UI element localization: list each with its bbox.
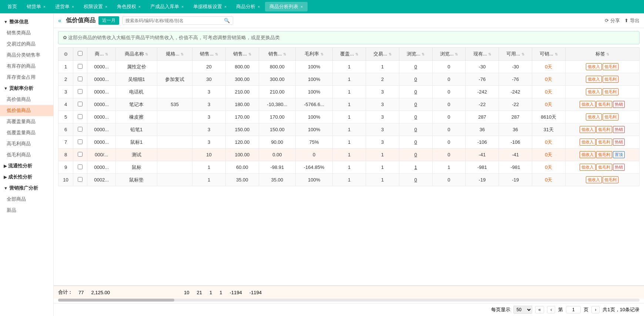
cell-view1[interactable]: 0 [399, 136, 432, 149]
col-sale-amount[interactable]: 销售... ⇅ [259, 48, 295, 61]
col-code[interactable]: 商... ⇅ [87, 48, 116, 61]
nav-close-roles[interactable]: × [138, 4, 141, 9]
view-link[interactable]: 1 [415, 164, 417, 170]
row-checkbox[interactable] [78, 127, 83, 132]
table-container[interactable]: ⚙ 商... ⇅ 商品名称 ⇅ 规格... ⇅ 销售... ⇅ 销售... ⇅ … [54, 47, 644, 285]
nav-permissions[interactable]: 权限设置 × [79, 2, 112, 11]
nav-purchase[interactable]: 进货单 × [51, 2, 78, 11]
cell-check[interactable] [73, 174, 87, 186]
row-checkbox[interactable] [78, 177, 83, 182]
sidebar-item-low-margin[interactable]: 低毛利商品 [0, 149, 53, 160]
col-check[interactable] [73, 48, 87, 61]
row-checkbox[interactable] [78, 164, 83, 169]
nav-analysis[interactable]: 商品分析 × [232, 2, 264, 11]
sidebar-item-all-products[interactable]: 全部商品 [0, 194, 53, 205]
cell-view1[interactable]: 0 [399, 98, 432, 111]
col-trade[interactable]: 交易... ⇅ [366, 48, 399, 61]
sidebar-item-low-coverage[interactable]: 低覆盖量商品 [0, 127, 53, 138]
nav-sales[interactable]: 销货单 × [22, 2, 50, 11]
cell-check[interactable] [73, 61, 87, 73]
sidebar-group-growth[interactable]: ▶ 成长性分析 [0, 171, 53, 183]
view-link[interactable]: 0 [415, 102, 417, 107]
sidebar-item-high-margin[interactable]: 高毛利商品 [0, 138, 53, 149]
sidebar-group-overall[interactable]: ▼ 整体信息 [0, 16, 53, 27]
sidebar-group-contribution[interactable]: ▼ 贡献率分析 [0, 83, 53, 94]
cell-check[interactable] [73, 111, 87, 123]
select-all-checkbox[interactable] [78, 51, 83, 56]
nav-products[interactable]: 产成品入库单 × [146, 2, 188, 11]
col-sale-qty[interactable]: 销售... ⇅ [192, 48, 226, 61]
collapse-button[interactable]: « [58, 17, 61, 24]
sidebar-group-circulation[interactable]: ▶ 流通性分析 [0, 160, 53, 171]
nav-close-analysis-list[interactable]: × [301, 4, 303, 9]
page-input[interactable] [566, 306, 581, 313]
col-coverage[interactable]: 覆盖... ⇅ [333, 48, 366, 61]
sidebar-item-category-sales[interactable]: 商品分类销售率 [0, 50, 53, 61]
cell-check[interactable] [73, 98, 87, 111]
sidebar-item-stock-funds[interactable]: 库存资金占用 [0, 72, 53, 83]
sidebar-item-high-value[interactable]: 高价值商品 [0, 94, 53, 105]
sidebar-item-stock-products[interactable]: 有库存的商品 [0, 61, 53, 72]
col-gear[interactable]: ⚙ [58, 48, 73, 61]
row-checkbox[interactable] [78, 89, 83, 94]
col-saleable[interactable]: 可销... ⇅ [532, 48, 565, 61]
nav-close-products[interactable]: × [181, 4, 184, 9]
col-available[interactable]: 可用... ⇅ [499, 48, 532, 61]
search-icon[interactable]: 🔍 [224, 18, 230, 23]
sidebar-item-new-products[interactable]: 新品 [0, 205, 53, 216]
sidebar-item-traded-products[interactable]: 交易过的商品 [0, 38, 53, 50]
nav-roles[interactable]: 角色授权 × [113, 2, 145, 11]
page-size-select[interactable]: 50 100 200 [513, 306, 532, 314]
cell-view1[interactable]: 0 [399, 61, 432, 73]
nav-home[interactable]: 首页 [3, 2, 21, 11]
cell-check[interactable] [73, 136, 87, 149]
col-spec[interactable]: 规格... ⇅ [157, 48, 192, 61]
cell-view1[interactable]: 0 [399, 149, 432, 161]
col-view1[interactable]: 浏览... ⇅ [399, 48, 432, 61]
nav-close-analysis[interactable]: × [258, 4, 260, 9]
view-link[interactable]: 0 [415, 114, 417, 120]
next-page-button[interactable]: › [591, 306, 600, 313]
cell-view1[interactable]: 0 [399, 111, 432, 123]
view-link[interactable]: 0 [415, 89, 417, 95]
sidebar-item-sales-products[interactable]: 销售类商品 [0, 27, 53, 38]
cell-check[interactable] [73, 161, 87, 174]
cell-view1[interactable]: 0 [399, 73, 432, 86]
horizontal-scrollbar[interactable] [58, 299, 640, 302]
col-name[interactable]: 商品名称 ⇅ [116, 48, 157, 61]
view-link[interactable]: 0 [415, 177, 417, 183]
row-checkbox[interactable] [78, 114, 83, 119]
col-view2[interactable]: 浏览... ⇅ [432, 48, 466, 61]
scrollbar-thumb[interactable] [58, 299, 174, 302]
sidebar-item-low-value[interactable]: 低价值商品 [0, 105, 53, 116]
view-link[interactable]: 0 [415, 127, 417, 132]
nav-close-sales[interactable]: × [43, 4, 46, 9]
sidebar-item-high-coverage[interactable]: 高覆盖量商品 [0, 116, 53, 127]
col-sale-price[interactable]: 销售... ⇅ [225, 48, 259, 61]
nav-analysis-list[interactable]: 商品分析列表 × [265, 2, 307, 11]
share-button[interactable]: ⟳ 分享 [605, 17, 620, 24]
cell-view1[interactable]: 0 [399, 123, 432, 136]
nav-close-templates[interactable]: × [224, 4, 227, 9]
view-link[interactable]: 0 [415, 139, 417, 145]
cell-check[interactable] [73, 86, 87, 98]
export-button[interactable]: ⬆ 导出 [624, 17, 640, 24]
row-checkbox[interactable] [78, 152, 83, 157]
row-checkbox[interactable] [78, 77, 83, 81]
nav-close-purchase[interactable]: × [72, 4, 74, 9]
cell-view1[interactable]: 1 [399, 161, 432, 174]
cell-check[interactable] [73, 73, 87, 86]
col-current[interactable]: 现有... ⇅ [466, 48, 499, 61]
col-tags[interactable]: 标签 ⇅ [565, 48, 639, 61]
cell-view1[interactable]: 0 [399, 174, 432, 186]
row-checkbox[interactable] [78, 64, 83, 69]
row-checkbox[interactable] [78, 102, 83, 106]
cell-check[interactable] [73, 149, 87, 161]
col-margin[interactable]: 毛利率 ⇅ [295, 48, 332, 61]
view-link[interactable]: 0 [415, 64, 417, 69]
first-page-button[interactable]: « [535, 306, 544, 313]
cell-view1[interactable]: 0 [399, 86, 432, 98]
search-input[interactable] [125, 18, 224, 23]
cell-check[interactable] [73, 123, 87, 136]
date-filter-button[interactable]: 近一月 [98, 16, 119, 25]
